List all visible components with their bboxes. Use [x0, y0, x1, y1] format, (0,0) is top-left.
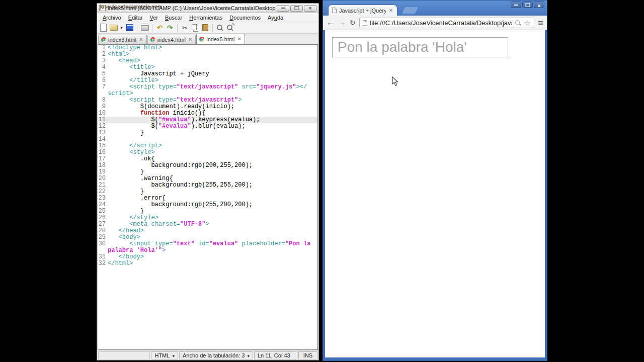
- forward-icon[interactable]: →: [338, 19, 346, 27]
- paste-icon[interactable]: [201, 24, 209, 32]
- new-document-icon[interactable]: [99, 24, 108, 32]
- menu-editar[interactable]: Editar: [125, 14, 146, 21]
- code-text: }: [108, 130, 144, 136]
- toolbar-separator: [212, 24, 213, 32]
- copy-icon[interactable]: [191, 24, 199, 32]
- toolbar-separator: [177, 24, 178, 32]
- code-editor[interactable]: 1<!doctype html>2<html>3 <head>4 <title>…: [98, 44, 318, 350]
- tab-close-icon[interactable]: ✕: [188, 37, 193, 42]
- code-line[interactable]: 32</html>: [98, 260, 317, 267]
- browser-toolbar: ← → ↻ file:///C:/Users/JoseVicenteCarrat…: [323, 16, 547, 30]
- code-text: <script type="text/javascript" src="jque…: [108, 84, 307, 97]
- chevron-down-icon: [247, 352, 250, 358]
- toolbar-separator: [137, 24, 137, 32]
- browser-page-content: [325, 30, 545, 357]
- language-selector[interactable]: HTML: [151, 351, 178, 359]
- mouse-cursor: [392, 76, 399, 86]
- address-bar[interactable]: file:///C:/Users/JoseVicenteCarratala/De…: [359, 18, 534, 28]
- tab-label: index4.html: [157, 37, 186, 43]
- tab-label: index5.html: [206, 36, 234, 42]
- menu-archivo[interactable]: Archivo: [99, 14, 125, 21]
- open-dropdown-icon[interactable]: [119, 24, 124, 32]
- undo-icon[interactable]: [155, 24, 164, 32]
- open-folder-icon[interactable]: [109, 24, 118, 32]
- page-icon: [363, 20, 367, 26]
- gedit-statusbar: HTML Ancho de la tabulación: 3 Ln 11, Co…: [97, 350, 318, 360]
- video-watermark: josevicentecarratala.com: [100, 4, 162, 10]
- cut-icon[interactable]: [181, 24, 189, 32]
- code-line[interactable]: 13 }: [98, 130, 317, 136]
- minimize-button[interactable]: [277, 5, 289, 12]
- gedit-tabbar: index3.html✕index4.html✕index5.html✕: [97, 34, 318, 44]
- back-icon[interactable]: ←: [327, 19, 335, 27]
- bookmark-star-icon[interactable]: ☆: [524, 19, 530, 27]
- tab-close-icon[interactable]: ✕: [237, 37, 242, 42]
- code-text: </html>: [108, 260, 133, 267]
- editor-tab-index4-html[interactable]: index4.html✕: [147, 35, 196, 44]
- maximize-button[interactable]: [522, 2, 533, 8]
- print-icon[interactable]: [140, 24, 149, 32]
- menu-buscar[interactable]: Buscar: [162, 14, 186, 21]
- html-file-icon: [101, 37, 106, 42]
- page-favicon: [332, 8, 337, 13]
- insert-mode-indicator: INS: [298, 351, 317, 359]
- new-tab-button[interactable]: [402, 7, 418, 14]
- tab-close-icon[interactable]: ✕: [138, 37, 143, 42]
- editor-tab-index5-html[interactable]: index5.html✕: [196, 34, 245, 44]
- html-file-icon: [199, 37, 204, 42]
- code-line[interactable]: 1<!doctype html>: [98, 45, 317, 51]
- evalua-text-input[interactable]: [332, 37, 508, 57]
- search-icon[interactable]: [216, 24, 224, 32]
- cursor-position: Ln 11, Col 43: [254, 351, 297, 359]
- chevron-down-icon: [172, 352, 175, 358]
- menu-ver[interactable]: Ver: [146, 14, 162, 21]
- menu-ayuda[interactable]: Ayuda: [264, 14, 287, 21]
- maximize-button[interactable]: [290, 5, 303, 12]
- toolbar-separator: [152, 24, 152, 32]
- redo-icon[interactable]: [166, 24, 174, 32]
- code-text: <input type="text" id="evalua" placehold…: [108, 241, 310, 254]
- code-line[interactable]: 7 <script type="text/javascript" src="jq…: [98, 84, 317, 97]
- close-button[interactable]: [304, 5, 316, 12]
- line-number: 7: [98, 84, 108, 97]
- gedit-window: ✎ index5.html (BOOTCAMP (C:) \Users\Jose…: [97, 3, 319, 360]
- tab-width-selector[interactable]: Ancho de la tabulación: 3: [179, 351, 253, 359]
- line-number: 32: [98, 260, 108, 267]
- statusbar-spacer: [98, 351, 150, 359]
- gedit-toolbar: ✎: [97, 22, 318, 34]
- menu-documentos[interactable]: Documentos: [226, 14, 264, 21]
- gedit-menubar: ArchivoEditarVerBuscarHerramientasDocume…: [97, 13, 318, 22]
- hamburger-menu-icon[interactable]: ≡: [538, 18, 543, 28]
- save-icon[interactable]: [125, 24, 134, 32]
- close-button[interactable]: [534, 2, 544, 8]
- tab-label: index3.html: [108, 37, 136, 43]
- browser-tab-title: Javascript + jQuery: [339, 8, 386, 14]
- search-replace-icon[interactable]: ✎: [226, 24, 234, 32]
- tab-close-icon[interactable]: ✕: [388, 8, 393, 13]
- menu-herramientas[interactable]: Herramientas: [186, 14, 226, 21]
- code-line[interactable]: 30 <input type="text" id="evalua" placeh…: [98, 241, 317, 254]
- line-number: 30: [98, 241, 108, 254]
- minimize-button[interactable]: [511, 2, 521, 8]
- editor-tab-index3-html[interactable]: index3.html✕: [98, 35, 147, 44]
- browser-tab[interactable]: Javascript + jQuery ✕: [328, 5, 397, 16]
- browser-window: Javascript + jQuery ✕ ← → ↻ file:///C:/U…: [323, 0, 547, 361]
- html-file-icon: [150, 37, 155, 42]
- browser-titlebar[interactable]: Javascript + jQuery ✕: [323, 1, 547, 16]
- url-text[interactable]: file:///C:/Users/JoseVicenteCarratala/De…: [370, 19, 513, 27]
- reload-icon[interactable]: ↻: [350, 19, 356, 26]
- zoom-icon[interactable]: [515, 20, 521, 26]
